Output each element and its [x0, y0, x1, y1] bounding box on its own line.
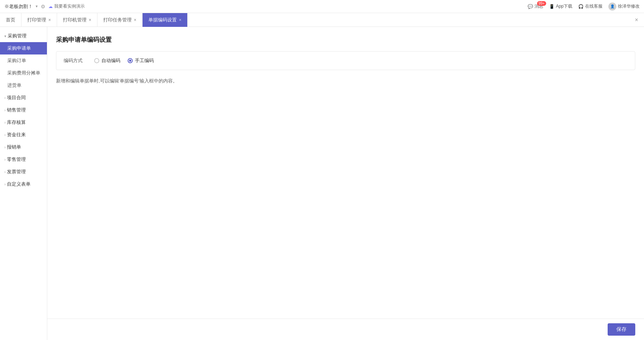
- sidebar-item-purchase-order[interactable]: 采购订单: [0, 54, 47, 67]
- expand-arrow-icon-project: ›: [4, 96, 5, 100]
- sidebar-group-invoice: › 发票管理: [0, 166, 47, 178]
- sidebar-item-purchase-expense[interactable]: 采购费用分摊单: [0, 67, 47, 79]
- tab-home[interactable]: 首页: [0, 13, 21, 27]
- sidebar-group-project: › 项目合同: [0, 92, 47, 104]
- encoding-label: 编码方式: [64, 57, 85, 64]
- radio-auto-code-circle: [94, 58, 99, 63]
- brand-text: ※老板勿割！: [4, 3, 33, 10]
- message-icon: 💬: [528, 4, 533, 9]
- encoding-row: 编码方式 自动编码 手工编码: [64, 57, 628, 64]
- message-button[interactable]: 💬 消息 99+: [528, 3, 543, 9]
- top-bar-left: ※老板勿割！ ▾ ⚙ ☁ 我要看实例演示: [4, 3, 85, 10]
- sidebar-group-custom-label: 自定义表单: [7, 181, 31, 187]
- radio-manual-code-label: 手工编码: [135, 57, 154, 64]
- user-label: 徐泽华修改: [618, 3, 640, 9]
- chevron-down-icon[interactable]: ▾: [36, 4, 38, 9]
- user-menu-button[interactable]: 👤 徐泽华修改: [608, 3, 640, 11]
- headset-icon: 🎧: [578, 4, 584, 9]
- tab-barcode-setting[interactable]: 单据编码设置 ×: [143, 13, 188, 27]
- app-download-button[interactable]: 📱 App下载: [549, 3, 572, 9]
- hint-text: 新增和编辑单据单时,可以编辑'单据编号'输入框中的内容。: [56, 77, 635, 85]
- sidebar-group-finance-label: 资金往来: [7, 131, 26, 138]
- sidebar-group-retail-label: 零售管理: [7, 156, 26, 163]
- sidebar-group-inventory-header[interactable]: › 库存核算: [0, 116, 47, 129]
- tab-barcode-setting-close[interactable]: ×: [179, 17, 181, 23]
- demo-link[interactable]: ☁ 我要看实例演示: [48, 3, 85, 9]
- radio-manual-code-circle: [128, 58, 133, 63]
- radio-manual-code[interactable]: 手工编码: [128, 57, 154, 64]
- sidebar-item-purchase-request[interactable]: 采购申请单: [0, 42, 47, 54]
- radio-auto-code-label: 自动编码: [101, 57, 120, 64]
- sidebar-group-purchase: ▾ 采购管理 采购申请单 采购订单 采购费用分摊单 进货单: [0, 30, 47, 92]
- sidebar-item-incoming[interactable]: 进货单: [0, 79, 47, 92]
- sidebar-group-inventory-label: 库存核算: [7, 119, 26, 126]
- top-bar-right: 💬 消息 99+ 📱 App下载 🎧 在线客服 👤 徐泽华修改: [528, 3, 640, 11]
- service-label: 在线客服: [585, 3, 603, 9]
- gear-icon[interactable]: ⚙: [41, 4, 45, 9]
- sidebar-group-finance: › 资金往来: [0, 129, 47, 141]
- expand-arrow-icon-custom: ›: [4, 182, 5, 186]
- expand-arrow-icon-sales: ›: [4, 108, 5, 112]
- collapse-arrow-icon: ▾: [4, 34, 6, 38]
- main-layout: ▾ 采购管理 采购申请单 采购订单 采购费用分摊单 进货单 › 项目合同: [0, 27, 644, 340]
- tab-barcode-setting-label: 单据编码设置: [148, 17, 177, 23]
- cloud-icon: ☁: [48, 4, 53, 9]
- expand-arrow-icon-inventory: ›: [4, 121, 5, 125]
- sidebar-item-incoming-label: 进货单: [7, 82, 21, 88]
- tab-print-mgmt-label: 打印管理: [27, 17, 46, 23]
- online-service-button[interactable]: 🎧 在线客服: [578, 3, 603, 9]
- sidebar-group-invoice-header[interactable]: › 发票管理: [0, 166, 47, 178]
- radio-auto-code[interactable]: 自动编码: [94, 57, 120, 64]
- sidebar: ▾ 采购管理 采购申请单 采购订单 采购费用分摊单 进货单 › 项目合同: [0, 27, 47, 340]
- expand-arrow-icon-expense: ›: [4, 145, 5, 149]
- tab-home-label: 首页: [6, 17, 15, 23]
- tab-print-task[interactable]: 打印任务管理 ×: [97, 13, 143, 27]
- sidebar-group-project-label: 项目合同: [7, 94, 26, 101]
- tabs-bar-close-button[interactable]: ×: [629, 17, 644, 23]
- app-label: App下载: [556, 3, 572, 9]
- content-footer: 保存: [47, 319, 644, 340]
- sidebar-item-purchase-order-label: 采购订单: [7, 58, 26, 63]
- sidebar-group-inventory: › 库存核算: [0, 116, 47, 129]
- tab-printer-mgmt-close[interactable]: ×: [89, 17, 91, 23]
- encoding-card: 编码方式 自动编码 手工编码: [56, 51, 635, 70]
- tab-print-task-label: 打印任务管理: [103, 17, 132, 23]
- sidebar-item-purchase-request-label: 采购申请单: [7, 45, 31, 51]
- sidebar-group-finance-header[interactable]: › 资金往来: [0, 129, 47, 141]
- sidebar-group-custom-header[interactable]: › 自定义表单: [0, 178, 47, 190]
- sidebar-group-invoice-label: 发票管理: [7, 169, 26, 175]
- sidebar-group-sales: › 销售管理: [0, 104, 47, 116]
- sidebar-group-expense: › 报销单: [0, 141, 47, 153]
- demo-text: 我要看实例演示: [54, 3, 85, 9]
- tab-print-task-close[interactable]: ×: [134, 17, 136, 23]
- tab-print-mgmt[interactable]: 打印管理 ×: [21, 13, 57, 27]
- sidebar-group-purchase-label: 采购管理: [8, 33, 27, 39]
- expand-arrow-icon-retail: ›: [4, 158, 5, 162]
- expand-arrow-icon-finance: ›: [4, 133, 5, 137]
- sidebar-group-expense-label: 报销单: [7, 144, 21, 150]
- page-title: 采购申请单编码设置: [56, 36, 635, 44]
- tabs-bar: 首页 打印管理 × 打印机管理 × 打印任务管理 × 单据编码设置 × ×: [0, 13, 644, 27]
- tab-print-mgmt-close[interactable]: ×: [48, 17, 51, 23]
- sidebar-item-purchase-expense-label: 采购费用分摊单: [7, 70, 40, 76]
- sidebar-group-project-header[interactable]: › 项目合同: [0, 92, 47, 104]
- sidebar-group-purchase-header[interactable]: ▾ 采购管理: [0, 30, 47, 42]
- content-area: 采购申请单编码设置 编码方式 自动编码 手工编码: [47, 27, 644, 340]
- message-badge: 99+: [537, 1, 546, 6]
- avatar: 👤: [608, 3, 616, 11]
- expand-arrow-icon-invoice: ›: [4, 170, 5, 174]
- sidebar-group-expense-header[interactable]: › 报销单: [0, 141, 47, 153]
- sidebar-group-sales-header[interactable]: › 销售管理: [0, 104, 47, 116]
- phone-icon: 📱: [549, 4, 555, 9]
- content-inner: 采购申请单编码设置 编码方式 自动编码 手工编码: [47, 27, 644, 319]
- tab-printer-mgmt-label: 打印机管理: [63, 17, 87, 23]
- sidebar-group-retail: › 零售管理: [0, 153, 47, 166]
- save-button[interactable]: 保存: [608, 323, 635, 336]
- sidebar-group-sales-label: 销售管理: [7, 107, 26, 113]
- sidebar-group-custom: › 自定义表单: [0, 178, 47, 190]
- radio-group: 自动编码 手工编码: [94, 57, 154, 64]
- sidebar-group-retail-header[interactable]: › 零售管理: [0, 153, 47, 166]
- top-bar: ※老板勿割！ ▾ ⚙ ☁ 我要看实例演示 💬 消息 99+ 📱 App下载 🎧 …: [0, 0, 644, 13]
- tab-printer-mgmt[interactable]: 打印机管理 ×: [57, 13, 97, 27]
